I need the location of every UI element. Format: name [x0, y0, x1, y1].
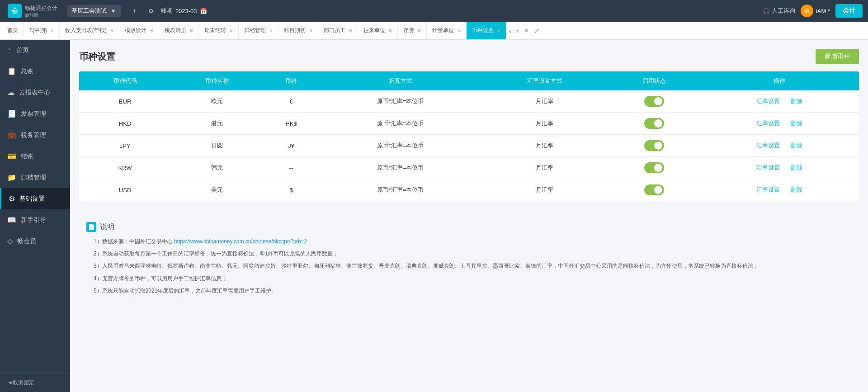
cell-symbol-2: J¥: [263, 135, 320, 157]
tab-template-design[interactable]: 模版设计 ×: [119, 22, 159, 40]
top-bar: 会 畅捷通好会计 旗舰版 基层工会测试 ▼ ＋ ⚙ 账期 2023-03 📅 🎧…: [0, 0, 868, 22]
close-icon[interactable]: ×: [190, 28, 193, 34]
close-icon[interactable]: ×: [51, 28, 54, 34]
close-icon[interactable]: ×: [269, 28, 273, 34]
sidebar-pin-button[interactable]: ◄取消固定: [0, 373, 70, 392]
delete-link-0[interactable]: 删除: [791, 98, 802, 104]
sidebar-item-invoice[interactable]: 🧾 发票管理: [0, 103, 70, 124]
sidebar-item-invoice-label: 发票管理: [21, 110, 46, 118]
tab-home-label: 首页: [7, 27, 18, 34]
cell-toggle-1: [608, 113, 700, 135]
account-button[interactable]: 会计: [835, 4, 863, 18]
toggle-0[interactable]: [644, 96, 664, 107]
tab-income-report[interactable]: 收入支出表(年报) ×: [60, 22, 119, 40]
tab-balance-mid[interactable]: £(中期) ×: [24, 22, 60, 40]
rate-setting-link-0[interactable]: 汇率设置: [756, 98, 780, 104]
sidebar-item-newbie[interactable]: 📖 新手引导: [0, 209, 70, 231]
note-section: 📄 说明 1）数据来源：中国外汇交易中心 https://www.chinamo…: [79, 215, 859, 306]
close-icon[interactable]: ×: [458, 28, 461, 34]
note-list: 1）数据来源：中国外汇交易中心 https://www.chinamoney.c…: [86, 237, 852, 295]
sidebar-item-tax-label: 税务管理: [21, 131, 46, 139]
toggle-3[interactable]: [644, 162, 664, 173]
toggle-2[interactable]: [644, 140, 664, 151]
note-title: 📄 说明: [86, 222, 852, 232]
logo-area: 会 畅捷通好会计 旗舰版: [5, 4, 60, 19]
chevron-down-icon: ▼: [110, 8, 116, 14]
company-selector[interactable]: 基层工会测试 ▼: [67, 5, 121, 17]
rate-setting-link-4[interactable]: 汇率设置: [756, 186, 780, 193]
sidebar-item-member-label: 畅会员: [17, 237, 36, 246]
delete-link-4[interactable]: 删除: [791, 186, 802, 193]
table-row: KRW 韩元 -- 原币*汇率=本位币 月汇率 汇率设置 删除: [79, 157, 859, 179]
tab-prev-button[interactable]: ‹: [506, 27, 514, 34]
cell-rate-method-4: 月汇率: [481, 179, 608, 201]
rate-setting-link-2[interactable]: 汇率设置: [756, 142, 780, 149]
close-icon[interactable]: ×: [110, 28, 113, 34]
rate-setting-link-1[interactable]: 汇率设置: [756, 120, 780, 127]
tab-income-report-label: 收入支出表(年报): [65, 27, 107, 34]
sidebar-item-ledger[interactable]: 📋 总账: [0, 61, 70, 82]
tax-icon: 💼: [7, 131, 16, 139]
close-icon[interactable]: ×: [349, 28, 352, 34]
tab-period-close[interactable]: 期末结转 ×: [199, 22, 239, 40]
settings-button[interactable]: ⚙: [145, 6, 157, 16]
rate-setting-link-3[interactable]: 汇率设置: [756, 164, 780, 171]
col-code: 币种代码: [79, 71, 171, 90]
tab-tax-clear-label: 税表清册: [165, 27, 186, 34]
new-currency-button[interactable]: 新增币种: [816, 49, 859, 64]
cell-calc-3: 原币*汇率=本位币: [320, 157, 481, 179]
tab-customer[interactable]: 往来单位 ×: [358, 22, 398, 40]
checkout-icon: 💳: [7, 152, 16, 161]
cell-toggle-4: [608, 179, 700, 201]
close-icon[interactable]: ×: [230, 28, 233, 34]
toggle-slider-0: [644, 96, 664, 107]
logo-text: 畅捷通好会计: [25, 5, 57, 12]
sidebar-item-member[interactable]: ◇ 畅会员: [0, 231, 70, 252]
tab-currency-label: 币种设置: [472, 27, 494, 34]
delete-link-1[interactable]: 删除: [791, 120, 802, 127]
tab-home[interactable]: 首页: [2, 22, 24, 40]
tab-inventory[interactable]: 存货 ×: [398, 22, 427, 40]
sidebar-item-checkout[interactable]: 💳 结账: [0, 146, 70, 167]
ledger-icon: 📋: [7, 67, 16, 76]
close-icon[interactable]: ×: [497, 28, 500, 34]
note-item-2: 2）系统自动获取每月第一个工作日的汇率标价，统一为直接标价法，即1外币可以兑换的…: [94, 250, 852, 258]
cell-name-1: 港元: [171, 113, 263, 135]
close-icon[interactable]: ×: [418, 28, 421, 34]
tab-maximize-button[interactable]: ⤢: [531, 27, 542, 34]
cell-toggle-2: [608, 135, 700, 157]
sidebar-item-tax[interactable]: 💼 税务管理: [0, 124, 70, 146]
sidebar-item-home-label: 首页: [16, 46, 29, 54]
logo-sub: 旗舰版: [25, 12, 57, 19]
close-icon[interactable]: ×: [150, 28, 153, 34]
tab-subject-init[interactable]: 科目期初 ×: [278, 22, 318, 40]
tab-currency[interactable]: 币种设置 ×: [467, 22, 506, 40]
cell-name-2: 日圆: [171, 135, 263, 157]
tab-next-button[interactable]: ›: [514, 27, 522, 34]
tab-archive-mgmt[interactable]: 归档管理 ×: [239, 22, 278, 40]
toggle-1[interactable]: [644, 118, 664, 129]
tab-customer-label: 往来单位: [363, 27, 385, 34]
pin-label: ◄取消固定: [7, 379, 34, 387]
add-tab-button[interactable]: ＋: [128, 5, 141, 17]
note-link[interactable]: https://www.chinamoney.com.cn/chinese/bk…: [174, 238, 307, 245]
cell-rate-method-1: 月汇率: [481, 113, 608, 135]
sidebar-item-report[interactable]: ☁ 云报表中心: [0, 82, 70, 103]
close-icon[interactable]: ×: [389, 28, 392, 34]
calendar-icon[interactable]: 📅: [200, 8, 207, 14]
delete-link-3[interactable]: 删除: [791, 164, 802, 171]
tab-close-all-button[interactable]: ×: [521, 27, 531, 35]
delete-link-2[interactable]: 删除: [791, 142, 802, 149]
cell-name-4: 美元: [171, 179, 263, 201]
toggle-4[interactable]: [644, 184, 664, 195]
tab-unit[interactable]: 计量单位 ×: [427, 22, 467, 40]
service-button[interactable]: 🎧 人工咨询: [763, 7, 795, 15]
sidebar-item-basic[interactable]: ⚙ 基础设置: [0, 188, 70, 209]
sidebar-item-archive[interactable]: 📁 归档管理: [0, 167, 70, 188]
tab-unit-label: 计量单位: [432, 27, 454, 34]
tab-tax-clear[interactable]: 税表清册 ×: [159, 22, 199, 40]
note-icon: 📄: [86, 222, 96, 232]
tab-dept-staff[interactable]: 部门员工 ×: [318, 22, 358, 40]
close-icon[interactable]: ×: [309, 28, 312, 34]
sidebar-item-home[interactable]: ⌂ 首页: [0, 40, 70, 61]
